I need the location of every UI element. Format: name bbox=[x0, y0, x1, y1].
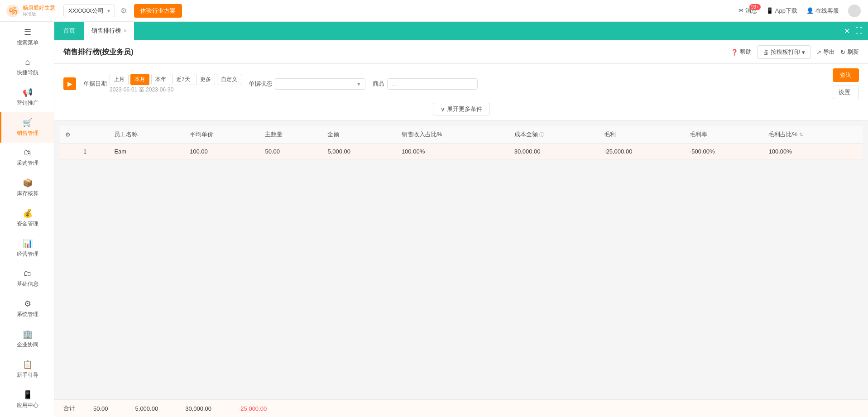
filter-date-wrap: 上月 本月 本年 近7天 更多 自定义 2023-06-01 至 2023-06… bbox=[110, 74, 241, 94]
th-sales-pct: 销售收入占比% bbox=[396, 126, 509, 144]
sidebar-item-basic-info[interactable]: 🗂 基础信息 bbox=[0, 264, 54, 293]
filter-status-item: 单据状态 ▾ bbox=[249, 78, 365, 90]
main-layout: ☰ 搜索菜单 ⌂ 快捷导航 📢 营销推广 🛒 销售管理 🛍 采购管理 📦 库存核… bbox=[0, 22, 868, 417]
sidebar-item-guide[interactable]: 📋 新手引导 bbox=[0, 354, 54, 384]
marketing-icon: 📢 bbox=[23, 87, 33, 97]
company-settings-icon[interactable]: ⚙ bbox=[119, 5, 129, 17]
top-bar-right: ✉ 消息 99+ 📱 App下载 👤 在线客服 bbox=[739, 5, 863, 17]
expand-more-btn[interactable]: ∨ 展开更多条件 bbox=[433, 103, 490, 115]
enterprise-icon: 🏢 bbox=[23, 329, 33, 339]
company-name: XXXXXX公司 bbox=[68, 7, 104, 15]
td-sales-pct: 100.00% bbox=[396, 144, 509, 160]
status-chevron-icon: ▾ bbox=[357, 81, 360, 87]
settings-btn[interactable]: 设置 bbox=[833, 86, 859, 99]
tab-close-window-icon[interactable]: ✕ bbox=[844, 27, 850, 35]
logo-text: 畅康通好生意 标准版 bbox=[23, 5, 55, 16]
message-icon: ✉ bbox=[739, 7, 743, 14]
page-header-actions: ❓ 帮助 🖨 按模板打印 ▾ ↗ 导出 ↻ 刷新 bbox=[731, 45, 859, 63]
tab-close-icon[interactable]: × bbox=[124, 28, 127, 34]
inventory-icon: 📦 bbox=[23, 178, 33, 188]
page-title: 销售排行榜(按业务员) bbox=[63, 48, 134, 62]
expand-chevron-icon: ∨ bbox=[441, 106, 445, 113]
table-area: ⚙ 员工名称 平均单价 主数量 全额 销售收入占比% 成本全额 ⓘ 毛利 毛利率… bbox=[54, 120, 868, 399]
basic-info-icon: 🗂 bbox=[24, 269, 32, 278]
date-btn-more[interactable]: 更多 bbox=[196, 74, 215, 85]
sidebar-item-sales[interactable]: 🛒 销售管理 bbox=[0, 112, 54, 143]
tab-bar: 首页 销售排行榜 × ✕ ⛶ bbox=[54, 22, 868, 40]
filter-product-input[interactable]: ... bbox=[387, 78, 478, 90]
filter-date-btns: 上月 本月 本年 近7天 更多 自定义 bbox=[110, 74, 241, 85]
sidebar-item-search-orders[interactable]: ☰ 搜索菜单 bbox=[0, 22, 54, 52]
service-icon: 👤 bbox=[806, 7, 814, 14]
system-icon: ⚙ bbox=[24, 299, 31, 309]
logo-icon: 畅 bbox=[5, 4, 20, 18]
sidebar-item-operations[interactable]: 📊 经营管理 bbox=[0, 233, 54, 264]
tab-fullscreen-icon[interactable]: ⛶ bbox=[855, 27, 863, 35]
search-orders-icon: ☰ bbox=[24, 27, 31, 37]
th-name: 员工名称 bbox=[109, 126, 184, 144]
guide-icon: 📋 bbox=[23, 359, 33, 369]
th-gross: 毛利 bbox=[599, 126, 684, 144]
footer-label: 合计 bbox=[63, 404, 75, 412]
user-avatar-area[interactable] bbox=[848, 5, 863, 17]
sidebar-item-inventory[interactable]: 📦 库存核算 bbox=[0, 173, 54, 203]
sidebar-item-finance[interactable]: 💰 资金管理 bbox=[0, 203, 54, 233]
filter-expand-arrow[interactable]: ▶ bbox=[63, 77, 76, 90]
print-btn[interactable]: 🖨 按模板打印 ▾ bbox=[757, 45, 811, 59]
print-icon: 🖨 bbox=[763, 49, 769, 56]
th-settings[interactable]: ⚙ bbox=[60, 126, 78, 144]
app-download-btn[interactable]: 📱 App下载 bbox=[766, 7, 797, 15]
industry-btn[interactable]: 体验行业方案 bbox=[134, 4, 182, 18]
table-footer: 合计 50.00 5,000.00 30,000.00 -25,000.00 bbox=[54, 399, 868, 417]
table-body: 1 Eam 100.00 50.00 5,000.00 100.00% 30,0… bbox=[60, 144, 863, 160]
table-head: ⚙ 员工名称 平均单价 主数量 全额 销售收入占比% 成本全额 ⓘ 毛利 毛利率… bbox=[60, 126, 863, 144]
date-btn-custom[interactable]: 自定义 bbox=[217, 74, 241, 85]
sales-icon: 🛒 bbox=[23, 118, 33, 128]
filter-area: ▶ 单据日期 上月 本月 本年 近7天 更多 自定义 bbox=[54, 64, 868, 120]
purchase-icon: 🛍 bbox=[24, 148, 32, 158]
content-area: 首页 销售排行榜 × ✕ ⛶ 销售排行榜(按业务员) ❓ 帮助 bbox=[54, 22, 868, 417]
operations-icon: 📊 bbox=[23, 239, 33, 249]
th-cost: 成本全额 ⓘ bbox=[509, 126, 599, 144]
data-table: ⚙ 员工名称 平均单价 主数量 全额 销售收入占比% 成本全额 ⓘ 毛利 毛利率… bbox=[60, 126, 863, 160]
export-btn[interactable]: ↗ 导出 bbox=[816, 48, 835, 56]
sidebar-item-marketing[interactable]: 📢 营销推广 bbox=[0, 82, 54, 112]
footer-values: 50.00 5,000.00 30,000.00 -25,000.00 bbox=[93, 405, 267, 412]
sidebar-item-system[interactable]: ⚙ 系统管理 bbox=[0, 293, 54, 324]
sidebar-item-quick-nav[interactable]: ⌂ 快捷导航 bbox=[0, 52, 54, 82]
query-btn[interactable]: 查询 bbox=[833, 68, 859, 82]
messages-btn[interactable]: ✉ 消息 99+ bbox=[739, 7, 757, 15]
help-btn[interactable]: ❓ 帮助 bbox=[731, 48, 752, 56]
online-service-btn[interactable]: 👤 在线客服 bbox=[806, 7, 839, 15]
td-cost: 30,000.00 bbox=[509, 144, 599, 160]
page-content: 销售排行榜(按业务员) ❓ 帮助 🖨 按模板打印 ▾ ↗ 导出 bbox=[54, 40, 868, 417]
tab-home[interactable]: 首页 bbox=[54, 22, 84, 40]
date-btn-this-year[interactable]: 本年 bbox=[151, 74, 170, 85]
footer-main-qty: 50.00 bbox=[93, 405, 108, 412]
company-selector[interactable]: XXXXXX公司 ▾ bbox=[63, 5, 115, 17]
help-icon: ❓ bbox=[731, 49, 738, 56]
filter-date-item: 单据日期 上月 本月 本年 近7天 更多 自定义 2023-06-01 至 20… bbox=[83, 74, 241, 94]
date-btn-7days[interactable]: 近7天 bbox=[172, 74, 194, 85]
page-header: 销售排行榜(按业务员) ❓ 帮助 🖨 按模板打印 ▾ ↗ 导出 bbox=[54, 40, 868, 64]
date-btn-this-month[interactable]: 本月 bbox=[130, 74, 149, 85]
quick-nav-icon: ⌂ bbox=[25, 58, 30, 67]
td-rank: 1 bbox=[78, 144, 109, 160]
footer-gross: -25,000.00 bbox=[239, 405, 267, 412]
sidebar-item-enterprise[interactable]: 🏢 企业协同 bbox=[0, 324, 54, 354]
th-rank bbox=[78, 126, 109, 144]
table-row: 1 Eam 100.00 50.00 5,000.00 100.00% 30,0… bbox=[60, 144, 863, 160]
svg-text:畅: 畅 bbox=[9, 6, 17, 15]
footer-amount: 5,000.00 bbox=[135, 405, 158, 412]
tab-sales-ranking[interactable]: 销售排行榜 × bbox=[84, 22, 134, 40]
app-icon: 📱 bbox=[766, 7, 773, 14]
table-header-row: ⚙ 员工名称 平均单价 主数量 全额 销售收入占比% 成本全额 ⓘ 毛利 毛利率… bbox=[60, 126, 863, 144]
sidebar-item-app-center[interactable]: 📱 应用中心 bbox=[0, 384, 54, 415]
sidebar-item-purchase[interactable]: 🛍 采购管理 bbox=[0, 143, 54, 173]
filter-status-select[interactable]: ▾ bbox=[275, 78, 365, 90]
footer-cost: 30,000.00 bbox=[185, 405, 211, 412]
company-chevron: ▾ bbox=[107, 8, 110, 14]
sidebar-item-wechat[interactable]: 💬 企业微信 bbox=[0, 415, 54, 417]
refresh-btn[interactable]: ↻ 刷新 bbox=[840, 48, 859, 56]
date-btn-last-month[interactable]: 上月 bbox=[110, 74, 129, 85]
